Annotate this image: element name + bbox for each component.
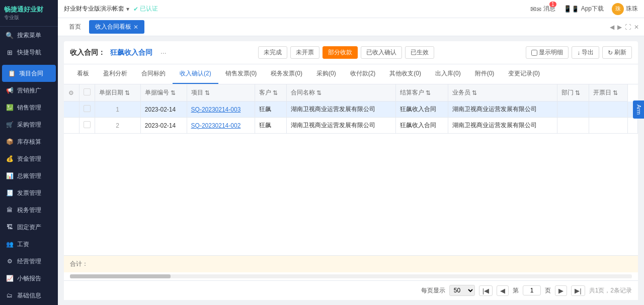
sub-tab-confirm[interactable]: 收入确认(2) (173, 64, 218, 84)
horizontal-scrollbar[interactable] (64, 272, 638, 280)
sidebar-item-project[interactable]: 项目合同 (2, 65, 56, 82)
right-panel: Arm (633, 100, 644, 119)
sidebar-item-basic[interactable]: 基础信息 (0, 287, 58, 304)
fixed-icon (5, 223, 14, 232)
tab-contract-label: 收入合同看板 (95, 23, 131, 31)
sub-tab-kanban[interactable]: 看板 (70, 64, 96, 84)
topbar-company[interactable]: 好业财专业版演示帐套 ▾ (64, 5, 129, 13)
sidebar-item-stock[interactable]: 库存核算 (0, 133, 58, 150)
sidebar-item-ops[interactable]: 经营管理 (0, 253, 58, 270)
th-salesman[interactable]: 业务员⇅ (448, 84, 557, 101)
table-wrapper[interactable]: ⚙ 单据日期⇅ 单据编号⇅ 项 (64, 84, 638, 255)
refresh-btn[interactable]: ↻ 刷新 (602, 46, 632, 59)
msg-button[interactable]: ✉ 1 消息 (530, 5, 555, 13)
sidebar-search[interactable]: 搜索菜单 (0, 27, 58, 44)
sub-tab-tax-invoice[interactable]: 税务发票(0) (264, 64, 309, 84)
sidebar-item-marketing[interactable]: 营销推广 (0, 82, 58, 99)
tab-prev-icon[interactable]: ◀ (610, 24, 614, 31)
sidebar-item-general[interactable]: 总账管理 (0, 167, 58, 184)
verified-text: 已认证 (140, 5, 158, 13)
sub-tab-profit[interactable]: 盈利分析 (96, 64, 134, 84)
sidebar-item-fund[interactable]: 资金管理 (0, 150, 58, 167)
row-order-no-0[interactable]: SQ-20230214-003 (187, 101, 255, 118)
sub-tab-changes[interactable]: 变更记录(0) (501, 64, 547, 84)
prev-page-btn[interactable]: ◀ (497, 285, 509, 296)
sub-tab-attachment[interactable]: 附件(0) (468, 64, 502, 84)
row-checkbox-1[interactable] (79, 118, 95, 134)
last-page-btn[interactable]: ▶| (571, 285, 585, 296)
tab-close-icon[interactable]: ✕ (133, 24, 138, 31)
row-checkbox-0[interactable] (79, 101, 95, 118)
user-label: 珠珠 (626, 5, 638, 13)
msg-icon: ✉ (530, 5, 541, 13)
sub-tab-purchase[interactable]: 采购(0) (309, 64, 343, 84)
th-order-no[interactable]: 单据编号⇅ (140, 84, 187, 101)
order-link-1[interactable]: SQ-20230214-002 (191, 122, 241, 129)
th-contract[interactable]: 合同名称⇅ (287, 84, 396, 101)
first-page-btn[interactable]: |◀ (479, 285, 493, 296)
user-menu[interactable]: 珠 珠珠 (612, 3, 638, 15)
th-invoice-date[interactable]: 开票日⇅ (589, 84, 627, 101)
per-page-select[interactable]: 50 20 100 (449, 285, 475, 296)
row-settle-customer-1: 湖南卫视商业运营发展有限公司 (448, 118, 557, 134)
sidebar-item-purchase[interactable]: 采购管理 (0, 116, 58, 133)
sub-tab-subject[interactable]: 合同标的 (134, 64, 173, 84)
status-effective[interactable]: 已生效 (405, 46, 434, 59)
select-all-checkbox[interactable] (84, 88, 91, 95)
settings-icon[interactable]: ⚙ (68, 89, 74, 96)
status-not-invoiced[interactable]: 未开票 (290, 46, 319, 59)
logo-sub: 专业版 (4, 14, 54, 21)
sub-tab-other[interactable]: 其他收支(0) (382, 64, 428, 84)
sidebar-item-hr[interactable]: 工资 (0, 236, 58, 253)
show-detail-label: 显示明细 (539, 48, 563, 57)
show-detail-checkbox[interactable] (531, 50, 537, 56)
sidebar-item-tax[interactable]: 税务管理 (0, 201, 58, 219)
sidebar-item-fixed[interactable]: 固定资产 (0, 219, 58, 236)
row-order-no-1[interactable]: SQ-20230214-002 (187, 118, 255, 134)
sub-tabs: 看板 盈利分析 合同标的 收入确认(2) 销售发票(0) 税务发票(0) 采购(… (64, 64, 638, 84)
export-btn[interactable]: ↓ 导出 (572, 46, 599, 59)
more-btn[interactable]: ··· (160, 49, 167, 57)
show-detail-btn[interactable]: 显示明细 (526, 46, 569, 59)
app-download-button[interactable]: 📱 App下载 (564, 5, 604, 13)
th-customer[interactable]: 客户⇅ (255, 84, 287, 101)
order-link-0[interactable]: SQ-20230214-003 (191, 106, 241, 113)
company-dropdown-icon[interactable]: ▾ (126, 6, 129, 13)
row-check-0[interactable] (84, 105, 91, 112)
page-input[interactable] (523, 285, 541, 295)
logo-title: 畅捷通好业财 (4, 5, 54, 14)
purchase-icon (5, 120, 14, 129)
sidebar-item-label: 采购管理 (17, 121, 41, 129)
th-project[interactable]: 项目⇅ (187, 84, 255, 101)
sidebar-item-report[interactable]: 小畅报告 (0, 270, 58, 287)
th-settle-customer[interactable]: 结算客户⇅ (395, 84, 448, 101)
row-salesman-0 (557, 101, 589, 118)
sub-tab-payment[interactable]: 收付款(2) (343, 64, 383, 84)
tab-contract-board[interactable]: 收入合同看板 ✕ (89, 20, 144, 34)
sidebar-item-invoice[interactable]: 发票管理 (0, 184, 58, 201)
status-not-done[interactable]: 未完成 (258, 46, 287, 59)
th-date[interactable]: 单据日期⇅ (95, 84, 140, 101)
sidebar-quicknav[interactable]: 快捷导航 (0, 44, 58, 61)
topbar: 好业财专业版演示帐套 ▾ ✔ 已认证 ✉ 1 消息 📱 App下载 珠 珠珠 (58, 0, 644, 18)
tabs-bar: 首页 收入合同看板 ✕ ◀ ▶ ⛶ ✕ (58, 18, 644, 36)
table-header-row: ⚙ 单据日期⇅ 单据编号⇅ 项 (64, 84, 638, 101)
right-panel-btn[interactable]: Arm (633, 100, 644, 119)
tab-close-all-icon[interactable]: ✕ (634, 24, 639, 31)
sidebar-item-sales[interactable]: 销售管理 (0, 99, 58, 116)
scrollbar-thumb[interactable] (70, 274, 171, 278)
status-partial-payment[interactable]: 部分收款 (323, 46, 358, 59)
sub-tab-sales-invoice[interactable]: 销售发票(0) (218, 64, 264, 84)
tab-next-icon[interactable]: ▶ (617, 24, 622, 31)
sub-tab-warehouse[interactable]: 出入库(0) (428, 64, 468, 84)
next-page-btn[interactable]: ▶ (555, 285, 567, 296)
status-confirmed[interactable]: 已收入确认 (361, 46, 402, 59)
tab-home[interactable]: 首页 (63, 20, 87, 34)
verified-icon: ✔ (133, 6, 138, 13)
tab-maximize-icon[interactable]: ⛶ (625, 24, 631, 31)
sidebar-item-label: 项目合同 (19, 69, 43, 78)
th-dept[interactable]: 部门⇅ (557, 84, 589, 101)
row-check-1[interactable] (84, 121, 91, 128)
content: 收入合同： 狂飙收入合同 ··· 未完成 未开票 部分收款 已收入确认 已生效 … (58, 36, 644, 305)
content-header: 收入合同： 狂飙收入合同 ··· 未完成 未开票 部分收款 已收入确认 已生效 … (64, 41, 638, 64)
